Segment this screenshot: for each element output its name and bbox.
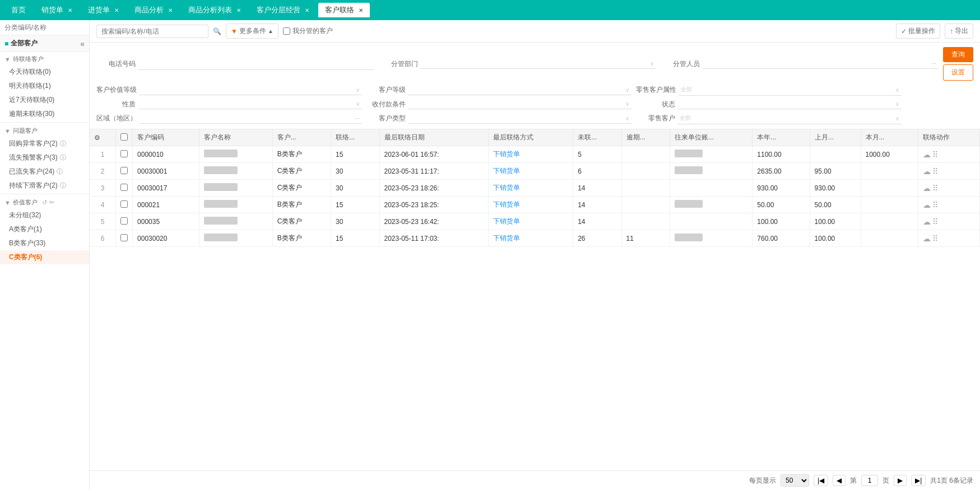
nav-purchase-close[interactable]: ✕	[114, 7, 119, 13]
page-first-button[interactable]: |◀	[814, 475, 828, 486]
row-more-icon-3[interactable]: ⠿	[932, 200, 938, 209]
filter-payment-select[interactable]: ∨	[408, 99, 632, 109]
row-more-icon-4[interactable]: ⠿	[932, 217, 938, 226]
row-overdue-5: 11	[621, 230, 670, 247]
row-name-2	[199, 180, 272, 197]
sidebar-item-week[interactable]: 近7天待联络(0)	[0, 93, 89, 107]
sidebar-item-tomorrow[interactable]: 明天待联络(1)	[0, 79, 89, 93]
row-contact-icon-5[interactable]: ☁	[923, 234, 931, 243]
filter-grade-select[interactable]: ∨	[408, 85, 632, 95]
row-more-icon-0[interactable]: ⠿	[932, 150, 938, 159]
row-check-1[interactable]	[116, 163, 133, 180]
sidebar-item-overdue[interactable]: 逾期未联络(30)	[0, 107, 89, 121]
page-number-input[interactable]	[861, 475, 878, 486]
sidebar-item-today[interactable]: 今天待联络(0)	[0, 65, 89, 79]
sidebar-item-class-b[interactable]: B类客户(33)	[0, 236, 89, 250]
nav-goods-analysis[interactable]: 商品分析 ✕	[128, 3, 179, 17]
row-check-4[interactable]	[116, 213, 133, 230]
more-conditions-button[interactable]: ▼ 更多条件 ▲	[226, 24, 278, 39]
nav-goods-analysis-list-close[interactable]: ✕	[236, 7, 241, 13]
set-button[interactable]: 设置	[943, 64, 973, 81]
filter-retail-customer-select[interactable]: 全部∨	[677, 113, 902, 124]
nav-customer-tier-close[interactable]: ✕	[305, 7, 309, 13]
sidebar-item-ungrouped[interactable]: 未分组(32)	[0, 208, 89, 222]
row-type-3: B类客户	[272, 197, 331, 213]
per-page-select[interactable]: 50 100	[781, 474, 809, 487]
row-contact-icon-1[interactable]: ☁	[923, 167, 931, 176]
row-more-icon-1[interactable]: ⠿	[932, 167, 938, 176]
row-last-method-1[interactable]: 下销货单	[489, 163, 573, 180]
row-contact-4: 30	[331, 213, 379, 230]
row-more-icon-2[interactable]: ⠿	[932, 184, 938, 193]
row-last-method-0[interactable]: 下销货单	[489, 146, 573, 163]
row-last-method-2[interactable]: 下销货单	[489, 180, 573, 197]
nav-sales-close[interactable]: ✕	[68, 7, 72, 13]
nav-purchase[interactable]: 进货单 ✕	[81, 3, 126, 17]
row-contact-icon-4[interactable]: ☁	[923, 217, 931, 226]
filter-nature-select[interactable]: ∨	[138, 99, 362, 109]
row-name-0	[199, 146, 272, 163]
sidebar-item-abnormal[interactable]: 回购异常客户(2) ⓘ	[0, 137, 89, 151]
sidebar-item-class-c[interactable]: C类客户(6)	[0, 250, 89, 264]
row-check-3[interactable]	[116, 197, 133, 213]
nav-home[interactable]: 首页	[4, 3, 32, 17]
row-check-0[interactable]	[116, 146, 133, 163]
row-actions-2: ☁ ⠿	[918, 180, 979, 197]
row-contact-icon-0[interactable]: ☁	[923, 150, 931, 159]
row-num-5: 6	[90, 230, 116, 247]
sidebar-all-customers[interactable]: ■ 全部客户 «	[0, 35, 89, 52]
col-gear[interactable]: ⚙	[90, 129, 116, 146]
col-check[interactable]	[116, 129, 133, 146]
filter-customer-type-select[interactable]: ∨	[408, 114, 632, 124]
row-this-year-1: 2635.00	[753, 163, 810, 180]
row-num-3: 4	[90, 197, 116, 213]
my-customers-checkbox-label[interactable]: 我分管的客户	[283, 26, 333, 36]
nav-customer-contact-close[interactable]: ✕	[359, 7, 363, 13]
row-check-5[interactable]	[116, 230, 133, 247]
per-page-label: 每页显示	[749, 476, 776, 486]
more-conditions-chevron: ▲	[268, 28, 273, 34]
my-customers-checkbox[interactable]	[283, 27, 290, 35]
filter-nature-label: 性质	[96, 100, 136, 109]
sidebar-collapse-icon[interactable]: «	[80, 39, 85, 48]
filter-status-select[interactable]: ∨	[677, 99, 902, 109]
sidebar-item-churned[interactable]: 已流失客户(24) ⓘ	[0, 165, 89, 179]
page-last-button[interactable]: ▶|	[911, 475, 926, 486]
row-actions-1: ☁ ⠿	[918, 163, 979, 180]
nav-sales[interactable]: 销货单 ✕	[35, 3, 79, 17]
sidebar-item-declining[interactable]: 持续下滑客户(2) ⓘ	[0, 179, 89, 193]
nav-goods-analysis-list[interactable]: 商品分析列表 ✕	[182, 3, 248, 17]
page-next-button[interactable]: ▶	[894, 475, 907, 486]
sidebar-item-class-a[interactable]: A类客户(1)	[0, 222, 89, 236]
sidebar-search-input[interactable]	[4, 24, 89, 31]
nav-customer-tier[interactable]: 客户分层经营 ✕	[250, 3, 316, 17]
row-last-method-4[interactable]: 下销货单	[489, 213, 573, 230]
nav-customer-contact[interactable]: 客户联络 ✕	[318, 3, 370, 17]
export-button[interactable]: ↑ 导出	[945, 24, 973, 39]
query-button[interactable]: 查询	[943, 47, 973, 62]
row-last-method-3[interactable]: 下销货单	[489, 197, 573, 213]
col-overdue: 逾期...	[621, 129, 670, 146]
filter-search-icon[interactable]: 🔍	[213, 27, 221, 35]
filter-region-select[interactable]: ···	[139, 114, 362, 124]
filter-phone-input[interactable]	[138, 58, 374, 70]
batch-operation-button[interactable]: ✓ 批量操作	[896, 24, 940, 39]
nav-goods-analysis-close[interactable]: ✕	[168, 7, 173, 13]
filter-manager-select[interactable]: ···	[702, 59, 939, 69]
row-contact-icon-3[interactable]: ☁	[923, 200, 931, 209]
filter-search-input[interactable]	[96, 25, 208, 38]
filter-value-grade-select[interactable]: ∨	[139, 85, 362, 95]
filter-dept-select[interactable]: ∨	[420, 59, 657, 69]
filter-retail-attr-select[interactable]: 全部∨	[679, 84, 902, 96]
row-last-method-5[interactable]: 下销货单	[489, 230, 573, 247]
row-this-month-1	[861, 163, 918, 180]
row-check-2[interactable]	[116, 180, 133, 197]
row-more-icon-5[interactable]: ⠿	[932, 234, 938, 243]
sidebar-item-churn-warning[interactable]: 流失预警客户(3) ⓘ	[0, 151, 89, 165]
row-no-contact-2: 14	[573, 180, 621, 197]
select-all-checkbox[interactable]	[120, 133, 128, 141]
filter-value-grade: 客户价值等级 ∨	[96, 85, 362, 95]
page-prev-button[interactable]: ◀	[833, 475, 846, 486]
row-no-contact-3: 14	[573, 197, 621, 213]
row-contact-icon-2[interactable]: ☁	[923, 184, 931, 193]
